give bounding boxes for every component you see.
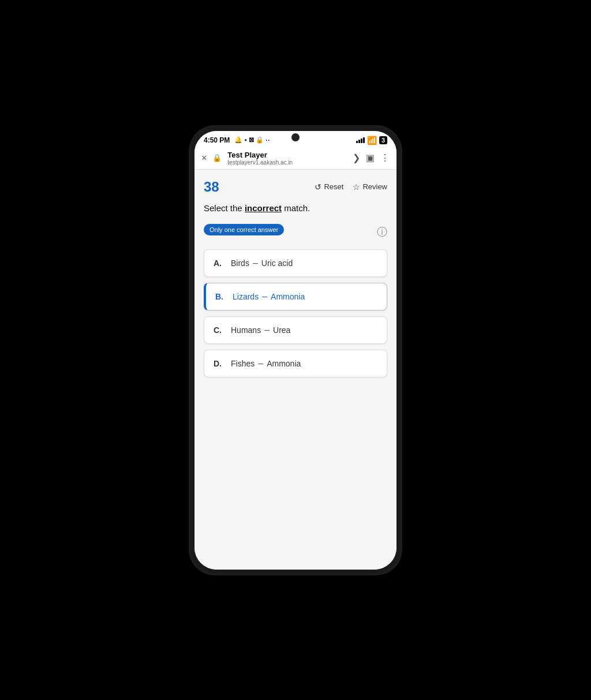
phone-screen: 4:50 PM 🔔 ● ⊠ 🔒 ·· 📶 3 xyxy=(194,131,397,570)
more-options-icon[interactable]: ⋮ xyxy=(380,152,390,163)
content-area: 38 ↺ Reset ☆ Review Select the incorrect… xyxy=(194,170,397,570)
option-d-answer: Ammonia xyxy=(267,359,301,368)
status-time: 4:50 PM xyxy=(204,136,230,144)
lock-status-icon: 🔒 xyxy=(256,136,264,144)
wifi-icon: 📶 xyxy=(367,136,377,145)
option-a-subject: Birds xyxy=(231,259,249,268)
info-icon[interactable]: ⓘ xyxy=(377,225,387,239)
option-b-label: B. xyxy=(215,292,227,301)
question-number: 38 xyxy=(204,179,219,195)
signal-bar-2 xyxy=(358,140,360,143)
option-a-label: A. xyxy=(214,259,225,268)
option-c[interactable]: C. Humans – Urea xyxy=(204,316,387,344)
review-label: Review xyxy=(362,182,387,191)
option-d[interactable]: D. Fishes – Ammonia xyxy=(204,350,387,377)
option-a-separator: – xyxy=(253,258,258,268)
option-c-label: C. xyxy=(214,325,225,335)
sync-icon: ⊠ xyxy=(249,136,254,144)
signal-bars xyxy=(356,137,365,143)
question-text-bold: incorrect xyxy=(245,203,282,213)
dots-icon: ·· xyxy=(265,137,270,144)
browser-url: testplayerv1.aakash.ac.in xyxy=(227,159,347,166)
option-c-subject: Humans xyxy=(231,325,261,335)
review-button[interactable]: ☆ Review xyxy=(353,182,387,192)
status-icons-left: 🔔 ● ⊠ 🔒 ·· xyxy=(234,136,270,144)
option-b[interactable]: B. Lizards – Ammonia xyxy=(204,283,387,310)
signal-bar-3 xyxy=(361,138,362,143)
browser-title: Test Player xyxy=(227,151,347,159)
question-actions: ↺ Reset ☆ Review xyxy=(315,182,387,192)
reset-icon: ↺ xyxy=(315,182,321,192)
bookmark-icon[interactable]: ▣ xyxy=(366,152,375,163)
star-icon: ☆ xyxy=(353,182,360,192)
tag-row: Only one correct answer ⓘ xyxy=(204,224,387,240)
option-b-subject: Lizards xyxy=(233,292,259,301)
option-b-answer: Ammonia xyxy=(271,292,305,301)
share-icon[interactable]: ❯ xyxy=(353,152,360,163)
option-d-subject: Fishes xyxy=(231,359,255,368)
question-text: Select the incorrect match. xyxy=(204,202,387,215)
dot-icon: ● xyxy=(244,137,247,143)
option-d-separator: – xyxy=(258,358,263,369)
browser-bar: × 🔒 Test Player testplayerv1.aakash.ac.i… xyxy=(194,147,397,170)
question-text-before: Select the xyxy=(204,203,245,213)
reset-label: Reset xyxy=(324,182,343,191)
battery-icon: 3 xyxy=(379,136,387,144)
browser-actions: ❯ ▣ ⋮ xyxy=(353,152,390,163)
browser-lock-icon: 🔒 xyxy=(212,154,222,162)
option-c-answer: Urea xyxy=(273,325,290,335)
option-a-answer: Uric acid xyxy=(261,259,293,268)
status-left: 4:50 PM 🔔 ● ⊠ 🔒 ·· xyxy=(204,136,270,144)
reset-button[interactable]: ↺ Reset xyxy=(315,182,343,192)
camera-notch xyxy=(291,133,300,141)
signal-bar-4 xyxy=(363,137,365,143)
option-c-separator: – xyxy=(264,325,270,335)
option-b-separator: – xyxy=(262,291,267,302)
phone-device: 4:50 PM 🔔 ● ⊠ 🔒 ·· 📶 3 xyxy=(189,125,402,575)
browser-close-button[interactable]: × xyxy=(201,153,207,163)
question-text-after: match. xyxy=(282,203,310,213)
question-header: 38 ↺ Reset ☆ Review xyxy=(204,179,387,195)
alarm-icon: 🔔 xyxy=(234,136,242,144)
status-right: 📶 3 xyxy=(356,136,387,145)
options-list: A. Birds – Uric acid B. Lizards – Ammoni… xyxy=(204,249,387,377)
signal-bar-1 xyxy=(356,141,358,143)
option-d-label: D. xyxy=(214,359,225,368)
answer-type-badge: Only one correct answer xyxy=(204,224,284,235)
browser-url-area: Test Player testplayerv1.aakash.ac.in xyxy=(227,151,347,166)
option-a[interactable]: A. Birds – Uric acid xyxy=(204,249,387,277)
